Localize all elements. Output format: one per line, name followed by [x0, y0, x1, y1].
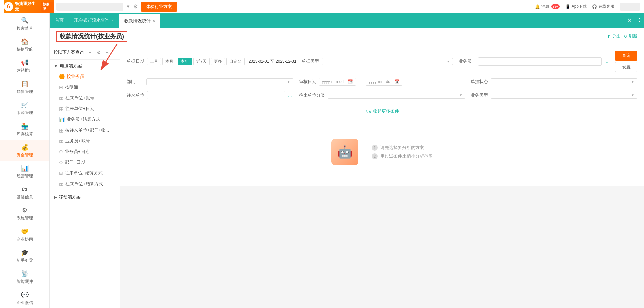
partner-input[interactable] [147, 91, 285, 99]
scheme-collapse-button[interactable]: « [104, 49, 111, 56]
refresh-button[interactable]: ↻ 刷新 [624, 33, 637, 39]
page-header: 收款情况统计(按业务员) ⬆ 导出 ↻ 刷新 [50, 28, 644, 45]
date-btn-last-7-days[interactable]: 近7天 [193, 58, 210, 65]
sidebar-item-enterprise[interactable]: 🤝 企业协同 [0, 224, 49, 246]
scheme-item-partner-payment1[interactable]: ⊞ 往来单位+结算方式 [50, 168, 120, 178]
sidebar-item-system[interactable]: ⚙ 系统管理 [0, 203, 49, 224]
group-label: 电脑端方案 [60, 63, 82, 69]
date-btn-custom[interactable]: 自定义 [226, 58, 245, 65]
dept-chevron: ▼ [287, 80, 290, 84]
settings-icon[interactable]: ⚙ [133, 3, 138, 10]
sidebar-item-basic-info[interactable]: 🗂 基础信息 [0, 183, 49, 203]
biz-type-chevron: ▼ [631, 93, 634, 97]
partner-payment1-icon: ⊞ [59, 170, 63, 176]
scheme-item-salesman-account[interactable]: ▦ 业务员+账号 [50, 136, 120, 146]
scheme-item-label: 按往来单位+部门+收... [65, 127, 109, 133]
app-download-area[interactable]: 📱 App下载 [565, 4, 587, 9]
edition-badge: 标准版 [41, 2, 54, 12]
online-service-area[interactable]: 🎧 在线客服 [592, 4, 614, 9]
date-label: 单据日期 [127, 58, 144, 64]
export-icon: ⬆ [607, 34, 611, 39]
partner-more-btn[interactable]: ... [287, 93, 293, 98]
basic-info-icon: 🗂 [22, 186, 28, 193]
scheme-group-mobile-title[interactable]: ▶ 移动端方案 [50, 192, 120, 202]
partner-category-chevron: ▼ [459, 93, 462, 97]
sidebar-item-quicknav[interactable]: 🏠 快捷导航 [0, 35, 49, 56]
dropdown-icon[interactable]: ▼ [126, 4, 130, 9]
empty-hint-2: 2 用过滤条件来缩小分析范围 [372, 153, 433, 159]
scheme-item-label: 业务员+账号 [65, 138, 90, 144]
scheme-item-label: 业务员+结算方式 [67, 116, 100, 122]
collapse-filter-button[interactable]: ∧∧ 收起更多条件 [120, 105, 644, 118]
date-range-start: 2023-01-01 [249, 59, 269, 64]
sidebar-item-guide[interactable]: 🎓 新手引导 [0, 246, 49, 267]
scheme-item-partner-dept[interactable]: ▦ 按往来单位+部门+收... [50, 125, 120, 136]
date-btn-this-year[interactable]: 本年 [178, 58, 192, 65]
sidebar-item-inventory[interactable]: 🏪 库存核算 [0, 119, 49, 140]
scheme-item-partner-account[interactable]: ▦ 往来单位+账号 [50, 93, 120, 103]
trial-button[interactable]: 体验行业方案 [141, 2, 177, 12]
tab-bar-expand-icon[interactable]: ⛶ [635, 17, 640, 23]
notification-area[interactable]: 🔔 消息 99+ [535, 4, 560, 9]
doc-status-select[interactable]: ▼ [491, 78, 637, 85]
scheme-item-dept-date[interactable]: ⊙ 部门+日期 [50, 157, 120, 168]
salesman-input[interactable] [478, 57, 602, 66]
partner-category-label: 往来单位分类 [299, 92, 325, 98]
sidebar-item-operations[interactable]: 📊 经营管理 [0, 161, 49, 183]
tab-receipts-close[interactable]: × [153, 19, 155, 23]
query-button[interactable]: 查询 [615, 51, 637, 61]
scheme-item-by-salesman[interactable]: 🟠 按业务员 [50, 71, 120, 82]
tab-bar-close-icon[interactable]: ✕ [627, 17, 632, 24]
tab-bank-statement-close[interactable]: × [111, 18, 114, 23]
filter-partner-category: 往来单位分类 ▼ [299, 92, 466, 99]
scheme-group-desktop-title[interactable]: ▼ 电脑端方案 [50, 61, 120, 71]
scheme-settings-button[interactable]: ⚙ [95, 49, 102, 56]
hint-2-text: 用过滤条件来缩小分析范围 [380, 153, 433, 159]
scheme-item-partner-date[interactable]: ▦ 往来单位+日期 [50, 103, 120, 114]
audit-date-label: 审核日期 [299, 79, 316, 85]
sidebar-item-marketing[interactable]: 📢 营销推广 [0, 56, 49, 77]
search-bar[interactable] [56, 3, 123, 11]
scheme-item-by-detail[interactable]: ⊞ 按明细 [50, 82, 120, 93]
export-button[interactable]: ⬆ 导出 [607, 33, 621, 39]
tab-home[interactable]: 首页 [50, 13, 69, 28]
tab-bank-statement-label: 现金银行流水查询 [74, 17, 109, 23]
add-scheme-button[interactable]: + [86, 49, 94, 56]
quicknav-icon: 🏠 [21, 38, 29, 45]
sidebar-item-smart-hardware[interactable]: 📡 智能硬件 [0, 267, 49, 288]
scheme-item-salesman-payment[interactable]: 📊 业务员+结算方式 [50, 114, 120, 125]
mobile-group-expand-icon: ▶ [54, 195, 57, 200]
audit-date-start[interactable]: yyyy-mm-dd 📅 [319, 78, 356, 86]
sidebar-item-wechat[interactable]: 💬 企业微信 [0, 288, 49, 308]
wechat-icon: 💬 [21, 291, 29, 299]
collapse-icon: « [106, 50, 109, 55]
sidebar-item-sales[interactable]: 📋 销售管理 [0, 77, 49, 98]
settings-button[interactable]: 设置 [615, 62, 637, 72]
scheme-item-partner-payment2[interactable]: ▦ 往来单位+结算方式 [50, 178, 120, 189]
smart-hardware-icon: 📡 [21, 270, 29, 277]
sidebar-item-search[interactable]: 🔍 搜索菜单 [0, 13, 49, 35]
service-icon: 🎧 [592, 4, 597, 9]
date-btn-this-month[interactable]: 本月 [162, 58, 176, 65]
audit-date-end[interactable]: yyyy-mm-dd 📅 [366, 78, 402, 86]
date-btn-last-month[interactable]: 上月 [147, 58, 161, 65]
app-logo: 6 畅捷通好生意 标准版 [4, 0, 54, 13]
purchase-icon: 🛒 [21, 101, 29, 109]
scheme-item-salesman-date[interactable]: ⊙ 业务员+日期 [50, 146, 120, 157]
dept-select[interactable]: ▼ [146, 78, 293, 85]
partner-category-select[interactable]: ▼ [328, 92, 466, 99]
hint-num-2: 2 [372, 153, 378, 159]
notification-label: 消息 [541, 4, 549, 9]
sidebar-item-purchase[interactable]: 🛒 采购管理 [0, 98, 49, 119]
user-avatar-area[interactable] [620, 3, 640, 11]
sidebar-item-finance[interactable]: 💰 资金管理 [0, 140, 49, 161]
date-btn-more[interactable]: 更多 [211, 58, 225, 65]
partner-date-icon: ▦ [59, 106, 63, 111]
doc-type-select[interactable]: ▼ [322, 58, 453, 65]
dept-date-icon: ⊙ [59, 160, 63, 165]
salesman-more-btn[interactable]: ... [603, 59, 610, 64]
biz-type-select[interactable]: ▼ [491, 92, 637, 99]
tab-bank-statement[interactable]: 现金银行流水查询 × [69, 13, 119, 28]
tab-receipts[interactable]: 收款情况统计 × [119, 14, 160, 28]
partner-dept-icon: ▦ [59, 127, 63, 133]
